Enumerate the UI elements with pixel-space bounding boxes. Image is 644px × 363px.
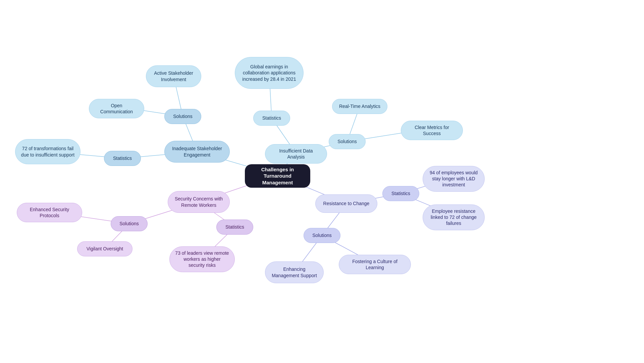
solutions-lavender1-node: Solutions xyxy=(304,228,340,243)
open-communication-node: Open Communication xyxy=(89,99,144,118)
active-stakeholder-node: Active Stakeholder Involvement xyxy=(146,65,201,87)
vigilant-oversight-node: Vigilant Oversight xyxy=(77,241,132,256)
fostering-culture-node: Fostering a Culture of Learning xyxy=(339,255,411,274)
stats-text5-node: 73 of leaders view remote workers as hig… xyxy=(169,246,235,272)
statistics-lavender1-node: Statistics xyxy=(382,186,419,201)
center-node: Challenges in Turnaround Management xyxy=(245,164,310,188)
connections-svg xyxy=(0,0,644,363)
inadequate-stakeholder-node: Inadequate Stakeholder Engagement xyxy=(164,141,230,163)
real-time-analytics-node: Real-Time Analytics xyxy=(332,99,387,114)
resistance-to-change-node: Resistance to Change xyxy=(315,194,377,213)
solutions-blue1-node: Solutions xyxy=(164,109,201,124)
enhanced-security-node: Enhanced Security Protocols xyxy=(17,203,82,222)
stats-text2-node: Global earnings in collaboration applica… xyxy=(235,57,304,89)
solutions-blue2-node: Solutions xyxy=(329,134,366,149)
statistics-blue1-node: Statistics xyxy=(104,151,141,166)
stats-text4-node: Employee resistance linked to 72 of chan… xyxy=(423,204,485,230)
statistics-blue2-node: Statistics xyxy=(253,111,290,126)
mindmap-container: Challenges in Turnaround ManagementInade… xyxy=(0,0,644,363)
enhancing-mgmt-node: Enhancing Management Support xyxy=(265,261,324,283)
clear-metrics-node: Clear Metrics for Success xyxy=(401,121,463,140)
solutions-pink1-node: Solutions xyxy=(111,216,148,231)
stats-text3-node: 94 of employees would stay longer with L… xyxy=(423,166,485,192)
statistics-pink1-node: Statistics xyxy=(216,220,253,235)
stats-text1-node: 72 of transformations fail due to insuff… xyxy=(15,139,80,164)
insufficient-data-node: Insufficient Data Analysis xyxy=(265,144,327,164)
security-concerns-node: Security Concerns with Remote Workers xyxy=(168,191,230,213)
